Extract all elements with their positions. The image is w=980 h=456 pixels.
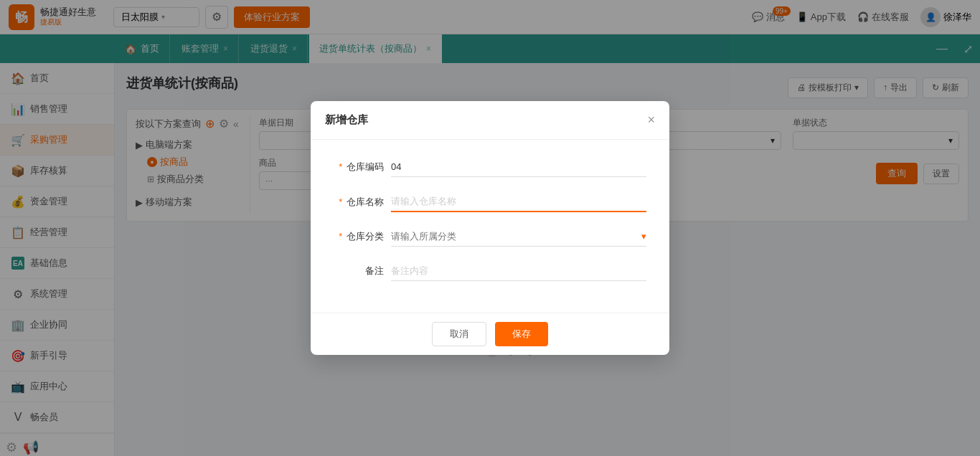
dialog-close-icon[interactable]: × [647, 113, 655, 128]
chevron-down-icon: ▾ [641, 231, 646, 242]
field-label-category: 仓库分类 [334, 230, 391, 243]
warehouse-name-input[interactable] [391, 191, 646, 212]
dialog-title: 新增仓库 [325, 113, 368, 127]
dialog-header: 新增仓库 × [311, 101, 669, 140]
warehouse-category-select[interactable]: ▾ [391, 227, 646, 247]
dialog-field-category: 仓库分类 ▾ [334, 227, 646, 247]
field-label-remark: 备注 [334, 265, 391, 277]
add-warehouse-dialog: 新增仓库 × 仓库编码 仓库名称 仓库分类 [311, 101, 669, 355]
category-input[interactable] [391, 227, 641, 246]
dialog-field-remark: 备注 [334, 261, 646, 281]
warehouse-code-input[interactable] [391, 157, 646, 177]
dialog-footer: 取消 保存 [311, 313, 669, 355]
dialog-field-name: 仓库名称 [334, 191, 646, 212]
save-button[interactable]: 保存 [495, 322, 548, 346]
field-label-code: 仓库编码 [334, 161, 391, 174]
cancel-button[interactable]: 取消 [432, 322, 486, 346]
dialog-body: 仓库编码 仓库名称 仓库分类 ▾ [311, 140, 669, 313]
dialog-field-code: 仓库编码 [334, 157, 646, 177]
modal-overlay[interactable]: 新增仓库 × 仓库编码 仓库名称 仓库分类 [0, 0, 980, 456]
field-label-name: 仓库名称 [334, 196, 391, 209]
remark-input[interactable] [391, 261, 646, 281]
